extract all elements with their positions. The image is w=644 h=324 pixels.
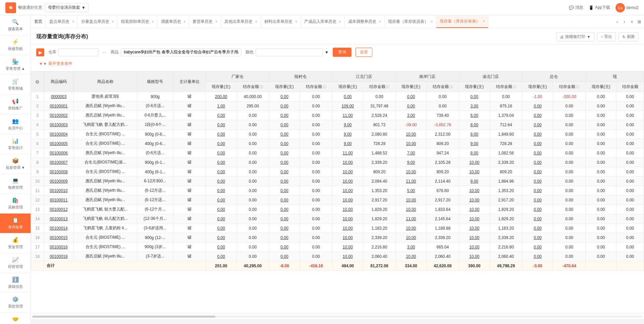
table-row: 17 00100016 合生元 (BIOSTIME) ... 900g (3岁.… (31, 242, 644, 252)
close-icon[interactable]: × (339, 20, 341, 24)
row-unit: 罐 (173, 224, 206, 233)
tab-next-btn[interactable]: › (621, 18, 628, 25)
table-row: 9 00100008 合生元 (BIOSTIME) ... 400g (6-1.… (31, 167, 644, 177)
tab-inventory-status[interactable]: 现存量（库存状况表） × (385, 15, 437, 28)
sidebar-item-marketing[interactable]: 📢 营销推广 (0, 95, 31, 114)
row-name: 惠氏启赋 (Wyeth illu... (73, 195, 137, 205)
tab-inventory-dist[interactable]: 现存量（库存分布表） × (436, 15, 488, 28)
tab-product-inbound[interactable]: 产成品入库单历史 × (301, 15, 345, 28)
table-row: 18 00100018 惠氏启赋 (Wyeth illu... (3-7岁适..… (31, 252, 644, 261)
tab-stocktake-history[interactable]: 盘点单历史 × (46, 15, 78, 28)
row-name: 合生元 (BIOSTIME) ... (73, 233, 137, 242)
sidebar-item-retail-mall[interactable]: 🛒 零售商城 (0, 75, 31, 95)
sidebar-item-retail-stats[interactable]: 📊 零售统计 (0, 134, 31, 154)
col-jbmd-qty: 现存量(主) (332, 82, 363, 92)
store-selector[interactable]: 母婴行业演示陈套 ▼ (45, 3, 89, 12)
row-jbmd-amt: 1,829.20 (363, 205, 396, 214)
row-unit: 罐 (173, 242, 206, 252)
close-icon[interactable]: × (483, 19, 485, 23)
filter-toggle-btn[interactable]: ▶ (36, 48, 44, 56)
sidebar-item-system[interactable]: ⚙️ 系统管理 (0, 293, 31, 313)
row-cjc-amt: 0.00 (236, 148, 269, 158)
table-row: 4 00100003 飞鹤星飞帆 婴儿配方奶... 1段(0-6个... 罐 0… (31, 120, 644, 130)
row-unit: 罐 (173, 167, 206, 177)
row-cur-qty: 0.00 (586, 139, 616, 148)
row-cur-amt: 0.00 (616, 92, 644, 101)
close-icon[interactable]: × (295, 20, 297, 24)
row-spec: 400g (0-6... (137, 139, 173, 148)
close-icon[interactable]: × (215, 20, 217, 24)
row-zc-amt: 0.00 (553, 120, 586, 130)
close-icon[interactable]: × (379, 20, 381, 24)
inventory-table: ⚙ 商品编码 商品名称 规格型号 主计量单位 厂家仓 陆村仓 江北门店 南岸门店… (31, 72, 644, 271)
warehouse-input[interactable] (58, 48, 99, 56)
row-cur-qty: 0.00 (586, 177, 616, 186)
close-icon[interactable]: × (152, 20, 154, 24)
sidebar-item-collab[interactable]: 🤝 企业协同 (0, 313, 31, 324)
page-actions: 🖨 按模板打印 ▼ ↑ 导出 ↻ 刷新 (556, 32, 639, 41)
tab-order-history[interactable]: 要货单历史 × (189, 15, 221, 28)
sidebar-item-wholesale[interactable]: 📦 批发管理 ▼ (0, 154, 31, 174)
close-icon[interactable]: × (112, 20, 114, 24)
message-btn[interactable]: 💬 消息 (569, 5, 583, 10)
row-lcc-amt: 0.00 (300, 101, 332, 111)
settings-btn[interactable]: 设置 (356, 48, 372, 57)
footer-ybmd-amt: 49,798.29 (490, 261, 522, 271)
close-icon[interactable]: × (255, 20, 257, 24)
row-lcc-amt: 0.00 (300, 233, 332, 242)
row-jbmd-qty: 10.00 (332, 167, 363, 177)
sidebar-item-retail-mgmt[interactable]: 🏪 零售管理 ▲ (0, 55, 31, 75)
sidebar-item-ecommerce[interactable]: 💻 电商管理 (0, 174, 31, 194)
sidebar-item-business[interactable]: 📈 经营管理 (0, 253, 31, 273)
sidebar-item-nav[interactable]: ⚡ 快捷导航 (0, 35, 31, 55)
product-input[interactable] (121, 48, 241, 56)
sidebar-item-inventory[interactable]: 📋 库存核算 (0, 214, 31, 233)
row-cjc-qty: 1.00 (206, 101, 236, 111)
export-btn[interactable]: ↑ 导出 (597, 32, 616, 41)
row-cur-amt: 0.00 (616, 242, 644, 252)
row-namd-qty: 10.00 (395, 167, 426, 177)
sidebar-item-members[interactable]: 👥 会员中心 (0, 114, 31, 134)
close-icon[interactable]: × (72, 20, 74, 24)
sidebar-item-purchase[interactable]: 🛍️ 采购管理 (0, 194, 31, 214)
tab-expand-btn[interactable]: ⊞ (636, 18, 643, 25)
sidebar-item-finance[interactable]: 💰 资金管理 (0, 233, 31, 253)
row-code: 00100006 (44, 148, 74, 158)
tab-material-outbound[interactable]: 材料出库单历史 × (261, 15, 301, 28)
expand-conditions-btn[interactable]: ▼▼ 展开更多条件 (36, 59, 75, 68)
row-cjc-qty: 0.00 (206, 130, 236, 139)
app-download-btn[interactable]: 📱 App下载 (589, 5, 610, 10)
row-name: 飞鹤星飞帆 较大婴儿配... (73, 205, 137, 214)
scrollbar-thumb[interactable] (32, 316, 215, 318)
refresh-btn[interactable]: ↻ 刷新 (619, 32, 639, 41)
row-ybmd-amt: 0.00 (490, 92, 522, 101)
table-container[interactable]: ⚙ 商品编码 商品名称 规格型号 主计量单位 厂家仓 陆村仓 江北门店 南岸门店… (31, 72, 644, 314)
sidebar-item-search[interactable]: 🔍 搜索英单 (0, 15, 31, 35)
query-btn[interactable]: 查询 (333, 48, 352, 57)
horizontal-scrollbar[interactable] (31, 314, 644, 319)
row-cjc-qty: 0.00 (206, 120, 236, 130)
print-btn[interactable]: 🖨 按模板打印 ▼ (556, 32, 594, 41)
row-jbmd-amt: 2,339.20 (363, 158, 396, 167)
row-num: 12 (31, 195, 44, 205)
tab-prev-btn[interactable]: ‹ (614, 18, 621, 25)
tab-cost-adjust[interactable]: 成本调整单历史 × (345, 15, 385, 28)
tab-transfer-history[interactable]: 调拨单历史 × (158, 15, 190, 28)
col-header-gear[interactable]: ⚙ (31, 72, 44, 92)
user-area[interactable]: Ea demo2 (615, 3, 639, 12)
sidebar-item-basic[interactable]: ℹ️ 基础信息 (0, 273, 31, 293)
warehouse-ellipsis-btn[interactable]: ··· (101, 50, 107, 55)
tab-other-outbound[interactable]: 其他出库单历史 × (221, 15, 261, 28)
close-icon[interactable]: × (184, 20, 186, 24)
tab-label: 首页 (34, 19, 42, 25)
tab-part-stocktake[interactable]: 分量盘点单历史 × (78, 15, 118, 28)
tab-assemble-history[interactable]: 组装拆卸单历史 × (118, 15, 158, 28)
row-lcc-qty: 0.00 (269, 130, 300, 139)
color-input[interactable] (256, 48, 323, 56)
row-name: 合生元 (BIOSTIME) ... (73, 242, 137, 252)
close-icon[interactable]: × (431, 20, 433, 24)
tab-home[interactable]: 首页 (31, 15, 46, 28)
tab-close-btn[interactable]: × (629, 18, 635, 25)
row-namd-amt: 2,060.40 (426, 252, 459, 261)
row-cur-qty: 0.00 (586, 120, 616, 130)
